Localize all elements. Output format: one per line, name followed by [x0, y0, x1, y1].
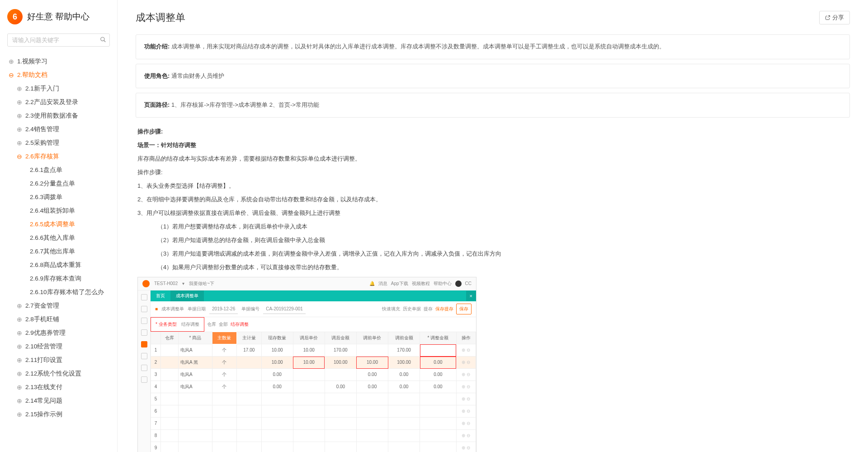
sidebar: 6 好生意 帮助中心 ⊕1.视频学习 ⊖2.帮助文档 ⊕2.1新手入门 ⊕2.2… — [0, 0, 118, 452]
nav-2-6-9[interactable]: 2.6.9库存账本查询 — [7, 272, 110, 285]
nav-2-6-7[interactable]: 2.6.7其他出库单 — [7, 245, 110, 258]
mock-tenant: TEST-H002 — [154, 279, 178, 288]
nav-2-9[interactable]: ⊕2.9优惠券管理 — [7, 326, 110, 340]
svg-point-0 — [101, 37, 104, 41]
search-wrap — [7, 33, 110, 47]
nav-2-11[interactable]: ⊕2.11打印设置 — [7, 353, 110, 367]
search-icon[interactable] — [100, 36, 106, 44]
intro-label: 功能介绍: — [144, 43, 170, 50]
nav-2-4[interactable]: ⊕2.4销售管理 — [7, 123, 110, 136]
mock-tabs: 首页 成本调整单 × — [151, 290, 476, 301]
step-2: 2、在明细中选择要调整的商品及仓库，系统会自动带出结存数量和结存金额，以及结存成… — [137, 194, 848, 205]
path-label: 页面路径: — [144, 101, 170, 108]
nav-2-7[interactable]: ⊕2.7资金管理 — [7, 299, 110, 313]
mock-action-button: 我要做哈~下 — [189, 279, 214, 288]
path-box: 页面路径: 1、库存核算->库存管理->成本调整单 2、首页->常用功能 — [136, 93, 850, 118]
share-button[interactable]: 分享 — [819, 11, 850, 24]
nav-2-6[interactable]: ⊖2.6库存核算 — [7, 150, 110, 163]
plus-icon: ⊕ — [15, 411, 24, 418]
annotation-1: 结存调整 — [231, 320, 249, 329]
nav-2-15[interactable]: ⊕2.15操作示例 — [7, 408, 110, 421]
plus-icon: ⊕ — [15, 85, 24, 92]
role-label: 使用角色: — [144, 72, 170, 79]
bell-icon: 🔔 — [369, 279, 375, 288]
chevron-down-icon: ▾ — [182, 279, 184, 288]
module-icon — [141, 318, 147, 324]
intro-text: 成本调整单，用来实现对商品结存成本的调整，以及针对具体的出入库单进行成本调整。库… — [171, 43, 665, 50]
mock-logo-icon — [142, 280, 150, 287]
step-3-1: （1）若用户想要调整结存成本，则在调后单价中录入成本 — [137, 221, 848, 233]
scenario-title: 场景一：针对结存调整 — [137, 139, 848, 151]
nav-2-12[interactable]: ⊕2.12系统个性化设置 — [7, 367, 110, 381]
intro-box: 功能介绍: 成本调整单，用来实现对商品结存成本的调整，以及针对具体的出入库单进行… — [136, 34, 850, 59]
path-text: 1、库存核算->库存管理->成本调整单 2、首页->常用功能 — [171, 101, 319, 108]
module-icon — [141, 306, 147, 312]
plus-icon: ⊕ — [15, 357, 24, 364]
nav-video[interactable]: ⊕1.视频学习 — [7, 55, 110, 68]
plus-icon: ⊕ — [15, 384, 24, 391]
mock-topbar: TEST-H002 ▾ 我要做哈~下 🔔消息 App下载 视频教程 帮助中心 C… — [138, 277, 476, 290]
logo-title: 好生意 帮助中心 — [27, 11, 90, 23]
nav-tree: ⊕1.视频学习 ⊖2.帮助文档 ⊕2.1新手入门 ⊕2.2产品安装及登录 ⊕2.… — [7, 55, 110, 421]
role-box: 使用角色: 通常由财务人员维护 — [136, 64, 850, 89]
avatar-icon — [455, 281, 462, 287]
nav-2-14[interactable]: ⊕2.14常见问题 — [7, 394, 110, 408]
nav-2-6-3[interactable]: 2.6.3调拨单 — [7, 190, 110, 204]
close-icon: × — [466, 291, 476, 301]
nav-2-6-5[interactable]: 2.6.5成本调整单 — [7, 218, 110, 231]
nav-2-8[interactable]: ⊕2.8手机旺铺 — [7, 313, 110, 326]
nav-2-2[interactable]: ⊕2.2产品安装及登录 — [7, 95, 110, 109]
nav-docs[interactable]: ⊖2.帮助文档 — [7, 68, 110, 82]
mock-table: 仓库 * 商品 主数量 主计量 现存数量 调后单价 调后金额 调前单价 调前金额 — [151, 332, 476, 452]
svg-line-1 — [104, 40, 106, 42]
main-content: 成本调整单 分享 功能介绍: 成本调整单，用来实现对商品结存成本的调整，以及针对… — [118, 0, 868, 452]
module-icon — [141, 329, 147, 336]
plus-icon: ⊕ — [15, 343, 24, 350]
nav-2-6-6[interactable]: 2.6.6其他入库单 — [7, 231, 110, 245]
mock-sidebar — [138, 290, 151, 452]
module-icon — [141, 365, 147, 371]
nav-2-13[interactable]: ⊕2.13在线支付 — [7, 381, 110, 394]
plus-icon: ⊕ — [15, 316, 24, 323]
step-3-4: （4）如果用户只调整部分数量的成本，可以直接修改带出的结存数量。 — [137, 262, 848, 273]
home-icon — [141, 294, 147, 300]
role-text: 通常由财务人员维护 — [171, 72, 224, 79]
nav-2-6-2[interactable]: 2.6.2分量盘点单 — [7, 177, 110, 190]
step-1: 1、表头业务类型选择【结存调整】。 — [137, 180, 848, 192]
step-3-2: （2）若用户知道调整总的结存金额，则在调后金额中录入总金额 — [137, 234, 848, 246]
plus-icon: ⊕ — [15, 329, 24, 337]
nav-2-10[interactable]: ⊕2.10经营管理 — [7, 340, 110, 353]
step-3-3: （3）若用户知道要调增或调减的成本差值，则在调整金额中录入差值，调增录入正值，记… — [137, 248, 848, 260]
nav-2-6-4[interactable]: 2.6.4组装拆卸单 — [7, 204, 110, 218]
nav-2-6-1[interactable]: 2.6.1盘点单 — [7, 163, 110, 177]
share-icon — [825, 15, 830, 20]
plus-icon: ⊕ — [15, 112, 24, 119]
plus-icon: ⊕ — [15, 126, 24, 133]
minus-icon: ⊖ — [7, 71, 15, 79]
logo-row: 6 好生意 帮助中心 — [7, 9, 110, 24]
nav-2-5[interactable]: ⊕2.5采购管理 — [7, 136, 110, 150]
module-icon-active — [141, 341, 147, 347]
mock-tab-cost: 成本调整单 — [170, 290, 204, 301]
nav-2-6-10[interactable]: 2.6.10库存账本错了怎么办 — [7, 285, 110, 299]
top-row: 成本调整单 分享 — [136, 11, 850, 24]
nav-2-1[interactable]: ⊕2.1新手入门 — [7, 82, 110, 95]
step-3: 3、用户可以根据调整依据直接在调后单价、调后金额、调整金额列上进行调整 — [137, 207, 848, 219]
steps-sub: 操作步骤: — [137, 167, 848, 178]
scenario-desc: 库存商品的结存成本与实际成本有差异，需要根据结存数量和实际单位成本进行调整。 — [137, 153, 848, 165]
plus-icon: ⊕ — [15, 139, 24, 147]
module-icon — [141, 376, 147, 383]
mock-doc-bar: ■ 成本调整单 单据日期 2019-12-26 单据编号 CA-20191229… — [151, 301, 476, 317]
steps-block: 操作步骤: 场景一：针对结存调整 库存商品的结存成本与实际成本有差异，需要根据结… — [136, 122, 850, 452]
nav-2-6-8[interactable]: 2.6.8商品成本重算 — [7, 258, 110, 272]
plus-icon: ⊕ — [15, 370, 24, 377]
plus-icon: ⊕ — [15, 397, 24, 404]
steps-title: 操作步骤: — [137, 126, 848, 138]
mock-tab-home: 首页 — [151, 290, 170, 301]
plus-icon: ⊕ — [7, 58, 15, 65]
plus-icon: ⊕ — [15, 99, 24, 106]
page-title: 成本调整单 — [136, 11, 185, 24]
plus-icon: ⊕ — [15, 302, 24, 309]
search-input[interactable] — [7, 33, 110, 47]
nav-2-3[interactable]: ⊕2.3使用前数据准备 — [7, 109, 110, 123]
